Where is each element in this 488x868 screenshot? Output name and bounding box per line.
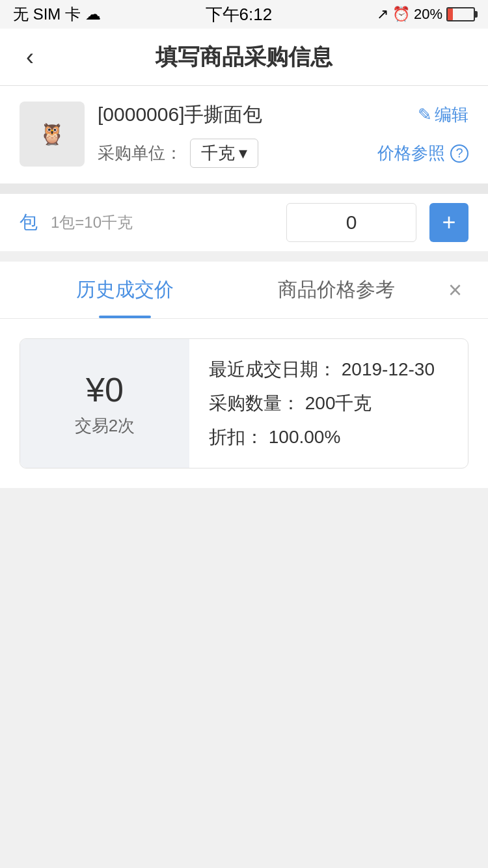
quantity-unit-label: 包 [20,210,38,235]
product-logo: 🦉 [39,122,65,146]
status-right: ↗ ⏰ 20% [377,6,475,23]
quantity-note: 1包=10千克 [51,212,133,233]
product-thumbnail: 🦉 [20,102,85,167]
discount-row: 折扣： 100.00% [209,425,448,450]
page-title: 填写商品采购信息 [156,42,332,72]
price-ref-label: 价格参照 [377,142,445,165]
price-amount: 0 [105,371,124,409]
quantity-value: 0 [346,211,357,234]
tab-product-price-ref[interactable]: 商品价格参考 [230,262,441,318]
quantity-input[interactable]: 0 [286,203,416,242]
status-time: 下午6:12 [206,3,273,26]
history-card: ¥0 交易2次 最近成交日期： 2019-12-30 采购数量： 200千克 折… [20,338,468,468]
alarm-icon: ⏰ [392,6,410,23]
status-left: 无 SIM 卡 ☁ [13,4,101,25]
recent-date-row: 最近成交日期： 2019-12-30 [209,357,448,382]
price-ref-button[interactable]: 价格参照 ? [377,142,468,165]
card-price-value: ¥0 [86,370,124,409]
plus-icon: + [442,209,455,236]
discount-label: 折扣： [209,427,264,447]
purchase-qty-row: 采购数量： 200千克 [209,391,448,416]
sim-status: 无 SIM 卡 ☁ [13,4,101,25]
purchase-unit-row: 采购单位： 千克 ▾ 价格参照 ? [98,139,468,168]
back-button[interactable]: ‹ [20,37,40,77]
discount-value: 100.00% [269,427,341,447]
location-icon: ↗ [377,6,388,23]
tab-close-button[interactable]: × [442,270,468,310]
dropdown-arrow-icon: ▾ [239,143,247,163]
tab-active-indicator [99,316,151,318]
purchase-unit-label: 采购单位： [98,142,182,165]
product-section: 🦉 [0000006]手撕面包 ✎ 编辑 采购单位： 千克 ▾ [0,86,488,183]
purchase-unit-left: 采购单位： 千克 ▾ [98,139,258,168]
unit-select[interactable]: 千克 ▾ [190,139,258,168]
product-name: [0000006]手撕面包 [98,102,262,128]
tab-history-label: 历史成交价 [76,277,174,303]
edit-icon: ✎ [418,105,432,125]
currency-symbol: ¥ [86,371,105,409]
question-icon: ? [450,144,468,163]
tab-product-price-label: 商品价格参考 [278,277,395,303]
recent-date-value: 2019-12-30 [342,359,435,379]
page-background [0,488,488,868]
status-bar: 无 SIM 卡 ☁ 下午6:12 ↗ ⏰ 20% [0,0,488,29]
quantity-row: 包 1包=10千克 0 + [0,194,488,251]
card-price-section: ¥0 交易2次 [20,339,189,468]
nav-bar: ‹ 填写商品采购信息 [0,29,488,86]
purchase-qty-value: 200千克 [305,393,372,413]
recent-date-label: 最近成交日期： [209,359,336,379]
edit-button[interactable]: ✎ 编辑 [418,103,468,126]
tab-panel: 历史成交价 商品价格参考 × ¥0 交易2次 最近成交日期： 2019-12-3… [0,262,488,488]
quantity-plus-button[interactable]: + [429,203,468,242]
product-info: [0000006]手撕面包 ✎ 编辑 采购单位： 千克 ▾ 价格参照 ? [98,102,468,168]
product-title-row: [0000006]手撕面包 ✎ 编辑 [98,102,468,128]
section-divider [0,183,488,194]
battery-percent: 20% [414,6,442,23]
unit-value: 千克 [201,142,235,165]
tab-history-price[interactable]: 历史成交价 [20,262,230,318]
card-details-section: 最近成交日期： 2019-12-30 采购数量： 200千克 折扣： 100.0… [189,339,468,468]
tab-header: 历史成交价 商品价格参考 × [0,262,488,319]
history-content: ¥0 交易2次 最近成交日期： 2019-12-30 采购数量： 200千克 折… [0,319,488,488]
product-header: 🦉 [0000006]手撕面包 ✎ 编辑 采购单位： 千克 ▾ [20,102,468,168]
battery-icon [446,7,475,21]
purchase-qty-label: 采购数量： [209,393,300,413]
card-trades-label: 交易2次 [75,414,135,437]
